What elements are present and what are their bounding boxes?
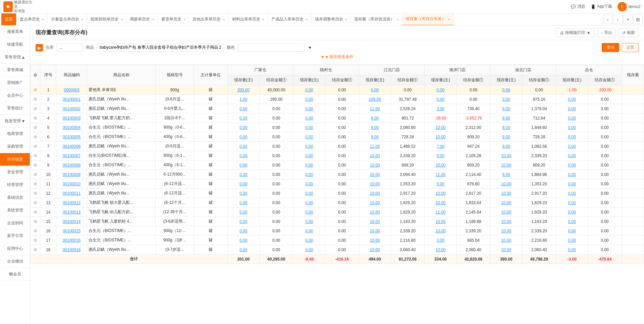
sidebar-item-app-center[interactable]: 应用中心: [0, 242, 30, 255]
row-cj-qty[interactable]: 0.00: [227, 142, 259, 151]
color-input[interactable]: [237, 44, 305, 52]
row-lc-qty[interactable]: 0.00: [293, 217, 325, 226]
warehouse-input[interactable]: [56, 44, 83, 52]
tab-close-icon[interactable]: ×: [262, 17, 264, 21]
sidebar-item-wholesale[interactable]: 批发管理 ▼: [0, 115, 30, 128]
row-lc-qty[interactable]: 0.00: [293, 198, 325, 207]
sidebar-item-quick-nav[interactable]: 快捷导航: [0, 38, 30, 51]
sidebar-item-retail-stats[interactable]: 零售统计: [0, 102, 30, 115]
tab-close-icon[interactable]: ×: [152, 17, 154, 21]
row-lc-qty[interactable]: 0.00: [293, 236, 325, 245]
row-total-qty[interactable]: 0.00: [556, 95, 588, 104]
row-cj-qty[interactable]: 0.00: [227, 151, 259, 160]
row-cj-qty[interactable]: 0.00: [227, 179, 259, 189]
sidebar-item-system[interactable]: 系统管理: [0, 204, 30, 217]
row-yb-qty[interactable]: 9.00: [490, 132, 522, 142]
row-total-qty[interactable]: 0.00: [556, 160, 588, 170]
row-lc-qty[interactable]: 0.00: [293, 142, 325, 151]
row-cj-qty[interactable]: 200.00: [227, 85, 259, 95]
row-yb-qty[interactable]: 10.00: [490, 179, 522, 189]
row-total-qty[interactable]: 0.00: [556, 189, 588, 198]
row-cj-qty[interactable]: 0.00: [227, 245, 259, 254]
row-cj-qty[interactable]: 0.00: [227, 198, 259, 207]
row-total-qty[interactable]: 0.00: [556, 207, 588, 217]
row-jb-qty[interactable]: 10.00: [359, 179, 391, 189]
row-gear[interactable]: ⚙: [31, 95, 40, 104]
row-total-qty[interactable]: 0.00: [556, 217, 588, 226]
row-jb-qty[interactable]: 11.00: [359, 142, 391, 151]
row-gear[interactable]: ⚙: [31, 160, 40, 170]
row-gear[interactable]: ⚙: [31, 226, 40, 236]
tab-home[interactable]: 首页: [1, 13, 16, 26]
row-na-qty[interactable]: 10.00: [425, 123, 457, 132]
tab-cost-adjust[interactable]: 成本调整单历史 ×: [312, 13, 351, 26]
row-jb-qty[interactable]: 10.00: [359, 198, 391, 207]
row-gear[interactable]: ⚙: [31, 245, 40, 254]
sidebar-item-finance[interactable]: 资金管理: [0, 166, 30, 179]
row-total-qty[interactable]: 0.00: [556, 179, 588, 189]
tab-portion-check[interactable]: 分量盘点单历史 ×: [48, 13, 87, 26]
export-btn[interactable]: ↓ 导出: [597, 28, 616, 37]
row-na-qty[interactable]: 0.00: [425, 85, 457, 95]
tab-purchase-order[interactable]: 要货单历史 ×: [158, 13, 189, 26]
row-jb-qty[interactable]: 10.00: [359, 245, 391, 254]
row-gear[interactable]: ⚙: [31, 207, 40, 217]
tab-close-icon[interactable]: ×: [223, 17, 225, 21]
row-cj-qty[interactable]: 0.00: [227, 132, 259, 142]
row-lc-qty[interactable]: 0.00: [293, 132, 325, 142]
row-cj-qty[interactable]: 0.00: [227, 113, 259, 123]
row-jb-qty[interactable]: 10.00: [359, 151, 391, 160]
row-jb-qty[interactable]: 9.00: [359, 113, 391, 123]
row-lc-qty[interactable]: 0.00: [293, 95, 325, 104]
user-profile[interactable]: E demo2: [618, 2, 641, 11]
row-lc-qty[interactable]: 0.00: [293, 189, 325, 198]
sidebar-item-newbie[interactable]: 新手引导: [0, 230, 30, 242]
row-yb-qty[interactable]: 10.00: [490, 217, 522, 226]
row-jb-qty[interactable]: 9.00: [359, 123, 391, 132]
row-jb-qty[interactable]: 109.00: [359, 95, 391, 104]
row-jb-qty[interactable]: 10.00: [359, 217, 391, 226]
row-gear[interactable]: ⚙: [31, 104, 40, 113]
row-total-qty[interactable]: 0.00: [556, 132, 588, 142]
row-total-qty[interactable]: 0.00: [556, 113, 588, 123]
sidebar-item-operation[interactable]: 经营管理: [0, 179, 30, 191]
tab-assembly[interactable]: 组装拆卸单历史 ×: [87, 13, 126, 26]
row-yb-qty[interactable]: 10.00: [490, 236, 522, 245]
row-na-qty[interactable]: 5.00: [425, 179, 457, 189]
app-download-btn[interactable]: 📱 App下载: [591, 4, 612, 9]
sidebar-item-basic-info[interactable]: 基础信息: [0, 191, 30, 204]
row-na-qty[interactable]: 10.00: [425, 189, 457, 198]
tab-close-icon[interactable]: ×: [396, 17, 398, 21]
row-total-qty[interactable]: 0.00: [556, 104, 588, 113]
row-lc-qty[interactable]: 0.00: [293, 85, 325, 95]
sidebar-item-purchase[interactable]: 采购管理: [0, 140, 30, 153]
row-lc-qty[interactable]: 0.00: [293, 170, 325, 179]
row-na-qty[interactable]: 10.00: [425, 132, 457, 142]
row-yb-qty[interactable]: 8.00: [490, 113, 522, 123]
sidebar-item-member[interactable]: 会员中心: [0, 89, 30, 102]
row-yb-qty[interactable]: 10.00: [490, 245, 522, 254]
row-yb-qty[interactable]: 3.00: [490, 95, 522, 104]
row-na-qty[interactable]: 3.00: [425, 236, 457, 245]
row-lc-qty[interactable]: 0.00: [293, 245, 325, 254]
refresh-btn[interactable]: ↺ 刷新: [619, 28, 639, 37]
row-gear[interactable]: ⚙: [31, 217, 40, 226]
row-na-qty[interactable]: 11.00: [425, 207, 457, 217]
query-btn[interactable]: 查询: [602, 43, 619, 52]
row-gear[interactable]: ⚙: [31, 236, 40, 245]
row-jb-qty[interactable]: 10.00: [359, 160, 391, 170]
row-gear[interactable]: ⚙: [31, 132, 40, 142]
goods-input[interactable]: [97, 44, 224, 52]
message-btn[interactable]: 💬 消息: [571, 4, 585, 9]
row-yb-qty[interactable]: 10.00: [490, 198, 522, 207]
tab-transfer[interactable]: 调拨单历史 ×: [126, 13, 158, 26]
tab-close-all-btn[interactable]: ×: [623, 15, 633, 24]
row-na-qty[interactable]: 0.00: [425, 95, 457, 104]
sidebar-item-inventory[interactable]: 库存核算: [0, 153, 30, 166]
row-na-qty[interactable]: 11.00: [425, 170, 457, 179]
tab-close-icon[interactable]: ×: [81, 17, 83, 21]
row-na-qty[interactable]: 10.00: [425, 217, 457, 226]
tab-next-btn[interactable]: ›: [613, 15, 623, 24]
row-jb-qty[interactable]: 10.00: [359, 236, 391, 245]
row-yb-qty[interactable]: 10.00: [490, 207, 522, 217]
